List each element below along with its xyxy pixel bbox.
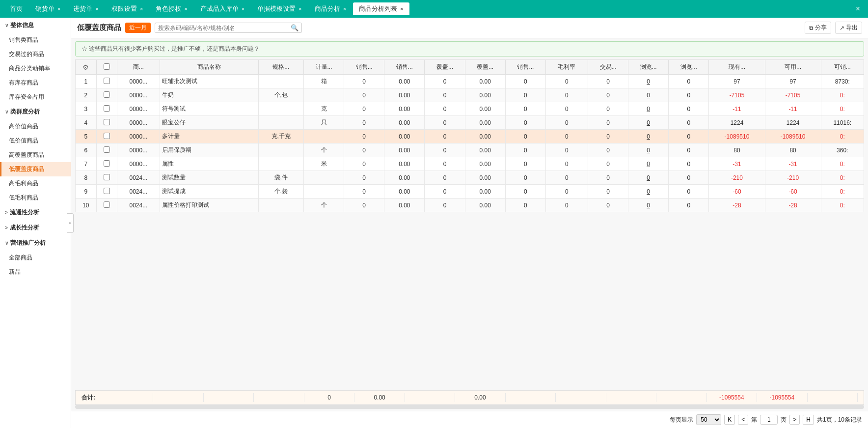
col-checkbox[interactable] (96, 60, 117, 75)
row-browse1[interactable]: 0 (628, 185, 669, 199)
sidebar-item-high-margin[interactable]: 高毛利商品 (0, 176, 71, 191)
row-select-checkbox[interactable] (104, 105, 110, 112)
select-all-checkbox[interactable] (104, 63, 110, 70)
row-stock2: 1224 (765, 116, 821, 130)
row-browse1[interactable]: 0 (628, 102, 669, 116)
sidebar-item-new-goods[interactable]: 新品 (0, 265, 71, 279)
row-select-checkbox[interactable] (104, 160, 110, 167)
search-icon[interactable]: 🔍 (291, 24, 298, 31)
next-page-button[interactable]: > (789, 415, 800, 425)
sidebar-item-category-rate[interactable]: 商品分类动销率 (0, 61, 71, 76)
row-spec (258, 116, 303, 130)
sidebar-item-traded-goods[interactable]: 交易过的商品 (0, 47, 71, 61)
nav-item-sales[interactable]: 销货单 × (29, 2, 66, 15)
row-checkbox[interactable] (96, 116, 117, 130)
row-select-checkbox[interactable] (104, 91, 110, 98)
row-browse1[interactable]: 0 (628, 88, 669, 102)
nav-item-purchase[interactable]: 进货单 × (67, 2, 104, 15)
browse1-link[interactable]: 0 (647, 188, 650, 195)
browse1-link[interactable]: 0 (647, 161, 650, 168)
browse1-link[interactable]: 0 (647, 119, 650, 126)
row-browse1[interactable]: 0 (628, 130, 669, 143)
nav-item-roles[interactable]: 角色授权 × (150, 2, 193, 15)
row-checkbox[interactable] (96, 185, 117, 199)
row-checkbox[interactable] (96, 88, 117, 102)
sidebar-item-stock-goods[interactable]: 有库存商品 (0, 76, 71, 90)
row-browse1[interactable]: 0 (628, 75, 669, 88)
row-select-checkbox[interactable] (104, 146, 110, 153)
sidebar-item-low-value[interactable]: 低价值商品 (0, 134, 71, 148)
row-browse1[interactable]: 0 (628, 171, 669, 185)
browse1-link[interactable]: 0 (647, 202, 650, 209)
row-trans: 0 (588, 185, 628, 199)
row-num: 1 (76, 75, 97, 88)
nav-close-permissions[interactable]: × (140, 6, 143, 12)
sidebar-item-low-coverage[interactable]: 低覆盖度商品 (0, 162, 71, 176)
share-button[interactable]: ⧉ 分享 (805, 22, 831, 34)
period-button[interactable]: 近一月 (125, 23, 151, 33)
browse1-link[interactable]: 0 (647, 133, 650, 140)
window-close-button[interactable]: × (852, 2, 864, 15)
sidebar-section-overall-header[interactable]: ∨ 整体信息 (0, 18, 71, 33)
row-checkbox[interactable] (96, 102, 117, 116)
browse1-link[interactable]: 0 (647, 92, 650, 99)
col-settings[interactable]: ⚙ (76, 60, 97, 75)
nav-item-finished-goods[interactable]: 产成品入库单 × (194, 2, 250, 15)
sidebar-item-sales-goods[interactable]: 销售类商品 (0, 33, 71, 47)
row-checkbox[interactable] (96, 199, 117, 212)
first-page-button[interactable]: K (724, 415, 735, 425)
row-spec (258, 199, 303, 212)
row-select-checkbox[interactable] (104, 201, 110, 208)
row-num: 3 (76, 102, 97, 116)
sidebar-section-growth-header[interactable]: > 成长性分析 (0, 220, 71, 235)
row-checkbox[interactable] (96, 143, 117, 157)
nav-close-analysis[interactable]: × (343, 6, 346, 12)
row-select-checkbox[interactable] (104, 133, 110, 139)
nav-item-home[interactable]: 首页 (4, 2, 28, 15)
sidebar-item-high-value[interactable]: 高价值商品 (0, 119, 71, 134)
row-browse1[interactable]: 0 (628, 143, 669, 157)
row-checkbox[interactable] (96, 75, 117, 88)
table-body: 1 0000... 旺辅批次测试 箱 0 0.00 0 0.00 0 0 0 0… (76, 75, 864, 212)
row-browse1[interactable]: 0 (628, 116, 669, 130)
browse1-link[interactable]: 0 (647, 106, 650, 113)
row-cover1: 0 (425, 157, 465, 171)
sidebar-collapse-button[interactable]: « (67, 213, 74, 233)
sidebar-item-high-coverage[interactable]: 高覆盖度商品 (0, 148, 71, 162)
sidebar-section-liquidity-header[interactable]: > 流通性分析 (0, 205, 71, 220)
sidebar-item-stock-capital[interactable]: 库存资金占用 (0, 90, 71, 104)
prev-page-button[interactable]: < (738, 415, 748, 425)
nav-item-analysis-list[interactable]: 商品分析列表 × (353, 2, 409, 15)
row-checkbox[interactable] (96, 130, 117, 143)
row-select-checkbox[interactable] (104, 78, 110, 84)
nav-item-template-settings[interactable]: 单据模板设置 × (251, 2, 307, 15)
page-size-select[interactable]: 50 20 100 (696, 414, 721, 425)
row-select-checkbox[interactable] (104, 119, 110, 125)
nav-close-finished[interactable]: × (242, 6, 244, 12)
export-button[interactable]: ↗ 导出 (835, 22, 862, 34)
sidebar-item-low-margin[interactable]: 低毛利商品 (0, 191, 71, 205)
row-browse1[interactable]: 0 (628, 199, 669, 212)
last-page-button[interactable]: H (803, 415, 814, 425)
nav-close-template[interactable]: × (298, 6, 301, 12)
browse1-link[interactable]: 0 (647, 78, 650, 85)
nav-close-roles[interactable]: × (184, 6, 187, 12)
nav-item-product-analysis[interactable]: 商品分析 × (309, 2, 352, 15)
nav-item-permissions[interactable]: 权限设置 × (106, 2, 149, 15)
row-browse1[interactable]: 0 (628, 157, 669, 171)
row-checkbox[interactable] (96, 171, 117, 185)
nav-close-purchase[interactable]: × (95, 6, 98, 12)
horizontal-scrollbar[interactable] (75, 405, 864, 409)
page-number-input[interactable] (760, 415, 778, 425)
row-select-checkbox[interactable] (104, 188, 110, 194)
sidebar-section-marketing-header[interactable]: ∨ 营销推广分析 (0, 235, 71, 251)
sidebar-item-all-goods[interactable]: 全部商品 (0, 251, 71, 265)
sidebar-section-group-header[interactable]: ∨ 类群度分析 (0, 104, 71, 119)
row-select-checkbox[interactable] (104, 174, 110, 180)
row-checkbox[interactable] (96, 157, 117, 171)
nav-close-sales[interactable]: × (57, 6, 60, 12)
browse1-link[interactable]: 0 (647, 147, 650, 154)
browse1-link[interactable]: 0 (647, 174, 650, 181)
nav-close-analysis-list[interactable]: × (400, 6, 403, 12)
search-input[interactable] (158, 25, 291, 31)
